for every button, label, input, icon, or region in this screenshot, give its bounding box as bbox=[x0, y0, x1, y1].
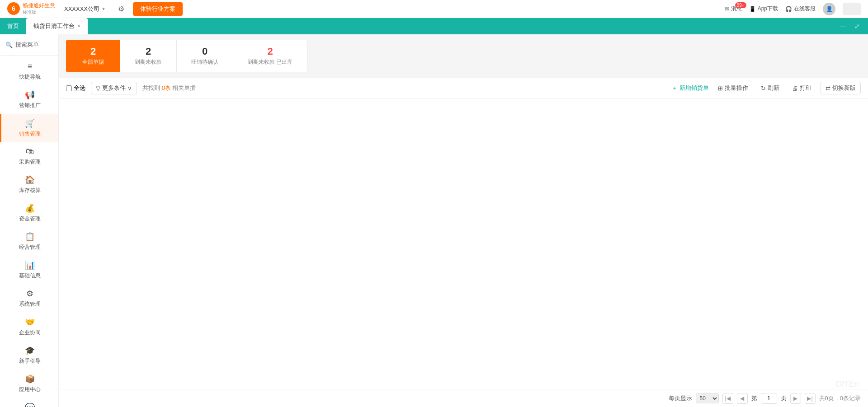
message-icon: ✉ bbox=[725, 6, 729, 12]
header-right: ✉ 消息 99+ 📱 App下载 🎧 在线客服 👤 bbox=[725, 3, 861, 15]
select-all-input[interactable] bbox=[66, 85, 72, 91]
header-left: 6 畅捷通好生意 标准版 XXXXXX公司 ▼ ⚙ 体验行业方案 bbox=[7, 2, 183, 16]
sidebar-label-zijin: 资金管理 bbox=[19, 215, 41, 223]
stats-bar: 2 全部单据 2 到期未收款 0 旺铺待确认 2 到期未收款 已出库 bbox=[59, 34, 868, 78]
batch-icon: ⊞ bbox=[718, 85, 723, 92]
caigou-icon: 🛍 bbox=[26, 147, 34, 156]
app-download-button[interactable]: 📱 App下载 bbox=[749, 5, 778, 13]
stat-card-overdue[interactable]: 2 到期未收款 bbox=[120, 40, 177, 72]
sidebar-item-zijinguanli[interactable]: 💰 资金管理 bbox=[0, 199, 58, 227]
yingyong-icon: 📦 bbox=[25, 374, 35, 384]
page-label-di: 第 bbox=[751, 394, 757, 402]
sidebar-label-jichu: 基础信息 bbox=[19, 272, 41, 280]
avatar[interactable]: 👤 bbox=[823, 3, 835, 15]
experience-button[interactable]: 体验行业方案 bbox=[133, 2, 183, 16]
message-button[interactable]: ✉ 消息 99+ bbox=[725, 5, 742, 13]
stat-card-all[interactable]: 2 全部单据 bbox=[66, 40, 120, 72]
online-service-button[interactable]: 🎧 在线客服 bbox=[785, 5, 816, 13]
xinshou-icon: 🎓 bbox=[25, 346, 35, 356]
found-text: 共找到 0条 相关单据 bbox=[142, 84, 196, 92]
company-dropdown-icon: ▼ bbox=[101, 6, 106, 11]
toolbar-left: 全选 ▽ 更多条件 ∨ 共找到 0条 相关单据 bbox=[66, 82, 196, 94]
page-first-button[interactable]: |◀ bbox=[722, 393, 733, 404]
sidebar-label-jingying: 经营管理 bbox=[19, 243, 41, 251]
sidebar-label-caigou: 采购管理 bbox=[19, 158, 41, 166]
refresh-button[interactable]: ↻ 刷新 bbox=[757, 82, 783, 94]
stat-card-wangpu[interactable]: 0 旺铺待确认 bbox=[177, 40, 233, 72]
page-last-button[interactable]: ▶| bbox=[805, 393, 816, 404]
content-area: 2 全部单据 2 到期未收款 0 旺铺待确认 2 到期未收款 已出库 全选 bbox=[59, 34, 868, 407]
page-next-button[interactable]: ▶ bbox=[790, 393, 801, 404]
add-order-button[interactable]: ＋ 新增销货单 bbox=[672, 84, 709, 92]
logo-sub: 标准版 bbox=[23, 9, 55, 15]
page-prev-button[interactable]: ◀ bbox=[737, 393, 748, 404]
sidebar-search[interactable]: 🔍 搜索菜单 bbox=[0, 38, 58, 51]
sidebar-item-qiyexietong[interactable]: 🤝 企业协同 bbox=[0, 313, 58, 341]
sidebar-item-jingyingguanli[interactable]: 📋 经营管理 bbox=[0, 227, 58, 256]
sidebar-label-xitong: 系统管理 bbox=[19, 300, 41, 308]
logo-area: 6 畅捷通好生意 标准版 bbox=[7, 2, 55, 15]
batch-operation-button[interactable]: ⊞ 批量操作 bbox=[714, 82, 752, 94]
app-download-label: App下载 bbox=[758, 5, 778, 13]
table-empty-state bbox=[59, 98, 868, 389]
per-page-label: 每页显示 bbox=[669, 394, 692, 402]
switch-icon: ⇄ bbox=[826, 85, 830, 92]
sidebar-label-yingxiao: 营销推广 bbox=[19, 102, 41, 109]
sidebar-item-xinshouyindao[interactable]: 🎓 新手引导 bbox=[0, 341, 58, 370]
tab-minimize-icon[interactable]: — bbox=[837, 21, 848, 32]
sidebar-item-xitongguanli[interactable]: ⚙ 系统管理 bbox=[0, 284, 58, 313]
select-all-checkbox[interactable]: 全选 bbox=[66, 84, 85, 92]
tab-qianhuoriqing-label: 钱货日清工作台 bbox=[33, 22, 75, 30]
weixin-icon: 💬 bbox=[25, 402, 35, 407]
kucun-icon: 🏠 bbox=[25, 175, 35, 185]
print-button[interactable]: 🖨 打印 bbox=[788, 82, 815, 94]
sidebar-item-kuaijiedaohang[interactable]: ≡ 快捷导航 bbox=[0, 57, 58, 85]
print-icon: 🖨 bbox=[792, 85, 798, 92]
stat-number-overdue-shipped: 2 bbox=[268, 46, 273, 57]
tab-close-icon[interactable]: × bbox=[77, 23, 80, 29]
filter-icon: ▽ bbox=[96, 85, 100, 92]
sidebar-item-kucunhesuan[interactable]: 🏠 库存核算 bbox=[0, 170, 58, 199]
found-prefix: 共找到 bbox=[142, 84, 160, 91]
stat-card-overdue-shipped[interactable]: 2 到期未收款 已出库 bbox=[233, 40, 307, 72]
batch-label: 批量操作 bbox=[725, 84, 748, 92]
company-selector[interactable]: XXXXXX公司 ▼ bbox=[61, 3, 109, 15]
page-input[interactable] bbox=[761, 393, 777, 404]
sidebar-item-caigouguanli[interactable]: 🛍 采购管理 bbox=[0, 142, 58, 170]
stat-number-overdue: 2 bbox=[146, 46, 151, 57]
toolbar: 全选 ▽ 更多条件 ∨ 共找到 0条 相关单据 ＋ 新增销货单 bbox=[59, 78, 868, 98]
kuaijie-icon: ≡ bbox=[28, 62, 33, 71]
sidebar-item-xiaoshouguanli[interactable]: 🛒 销售管理 bbox=[0, 114, 58, 142]
tab-qianhuoriqing[interactable]: 钱货日清工作台 × bbox=[26, 18, 88, 34]
sidebar-item-jichuxinxi[interactable]: 📊 基础信息 bbox=[0, 256, 58, 284]
sidebar-item-yingyongzhongxin[interactable]: 📦 应用中心 bbox=[0, 370, 58, 398]
filter-button[interactable]: ▽ 更多条件 ∨ bbox=[91, 82, 137, 94]
found-suffix: 相关单据 bbox=[172, 84, 196, 91]
sidebar-item-qiyeweixin[interactable]: 💬 企业微信 bbox=[0, 398, 58, 407]
nav-tabs: 首页 钱货日清工作台 × — ⤢ bbox=[0, 18, 868, 34]
per-page-select[interactable]: 50 100 200 bbox=[696, 393, 719, 403]
tab-actions: — ⤢ bbox=[837, 21, 868, 32]
add-icon: ＋ bbox=[672, 84, 678, 92]
sidebar-label-yingyong: 应用中心 bbox=[19, 386, 41, 393]
xitong-icon: ⚙ bbox=[26, 289, 33, 299]
jingying-icon: 📋 bbox=[25, 232, 35, 242]
gear-button[interactable]: ⚙ bbox=[115, 3, 127, 15]
filter-label: 更多条件 bbox=[102, 84, 126, 92]
stat-number-all: 2 bbox=[90, 46, 96, 57]
online-service-icon: 🎧 bbox=[785, 6, 792, 12]
tab-expand-icon[interactable]: ⤢ bbox=[852, 21, 863, 32]
sidebar-item-yingxiaotuiguang[interactable]: 📢 营销推广 bbox=[0, 85, 58, 114]
stat-label-all: 全部单据 bbox=[82, 58, 104, 66]
user-menu[interactable] bbox=[843, 3, 861, 15]
refresh-label: 刷新 bbox=[768, 84, 779, 92]
company-name: XXXXXX公司 bbox=[64, 5, 99, 13]
logo-text-group: 畅捷通好生意 标准版 bbox=[23, 2, 55, 15]
switch-version-button[interactable]: ⇄ 切换新版 bbox=[821, 82, 861, 94]
print-label: 打印 bbox=[800, 84, 811, 92]
stat-label-overdue-shipped: 到期未收款 已出库 bbox=[248, 58, 292, 66]
page-label-ye: 页 bbox=[781, 394, 787, 402]
sidebar-label-kucun: 库存核算 bbox=[19, 187, 41, 194]
tab-home[interactable]: 首页 bbox=[0, 18, 26, 34]
sidebar-label-xietong: 企业协同 bbox=[19, 329, 41, 337]
